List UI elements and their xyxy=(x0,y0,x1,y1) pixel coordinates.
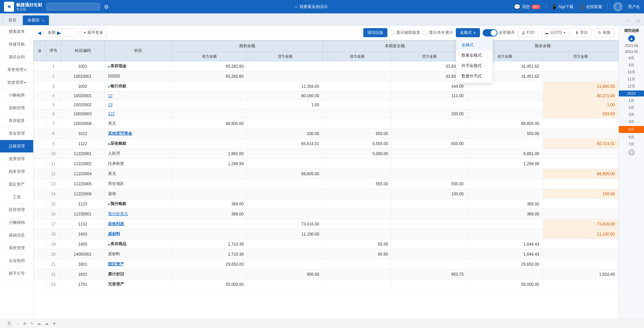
cell-name[interactable]: 预付款美元 xyxy=(105,209,172,219)
cell-p-credit: 80,160.00 xyxy=(247,91,323,101)
cell-code: 11220004 xyxy=(61,169,105,179)
breadcrumb-filter[interactable]: 全部 ▶ xyxy=(44,28,77,37)
cell-p-debit xyxy=(172,91,247,101)
dropdown-item-foreign-amount[interactable]: 外币金额式 xyxy=(456,61,492,71)
show-year-check[interactable]: 显示本年累计 xyxy=(423,30,453,36)
month-4[interactable]: 4月 xyxy=(619,118,644,125)
dropdown-item-qty-amount[interactable]: 数量金额式 xyxy=(456,50,492,61)
sidebar-item-basic[interactable]: 基础信息 xyxy=(0,229,33,242)
cell-c-debit xyxy=(323,169,391,179)
expand-all-toggle[interactable]: 全部展开 xyxy=(483,29,515,37)
cell-name[interactable]: 23 xyxy=(105,101,172,110)
tab-current[interactable]: 余额表 × xyxy=(23,15,49,25)
sidebar-item-ledger[interactable]: 总账管理 xyxy=(0,140,33,153)
cell-c-debit xyxy=(323,71,391,81)
tab-home[interactable]: 首页 xyxy=(3,15,22,25)
cell-name: ▴库存商品 xyxy=(105,239,172,249)
sidebar-item-project[interactable]: 项目合同 xyxy=(0,51,33,64)
month-5[interactable]: 5月 xyxy=(619,126,644,133)
col-begin-debit: 借方金额 xyxy=(172,52,247,61)
export-icon: ⬇ xyxy=(575,30,579,35)
tab-close-icon[interactable]: × xyxy=(42,18,44,22)
sidebar-item-system[interactable]: 系统管理 xyxy=(0,242,33,255)
cell-name[interactable]: 122 xyxy=(105,110,172,119)
search-input[interactable] xyxy=(46,3,100,10)
sidebar-item-purchase[interactable]: 采购管理 xyxy=(0,102,33,115)
cell-p-debit xyxy=(172,229,247,239)
month-2[interactable]: 2月 xyxy=(619,104,644,111)
sidebar-item-salary[interactable]: 工资 xyxy=(0,191,33,204)
nav-down[interactable]: ▼ xyxy=(628,149,635,156)
cell-e-debit xyxy=(467,91,543,101)
sidebar-item-collab[interactable]: 企业协同 xyxy=(0,255,33,267)
month-7[interactable]: 7月 xyxy=(619,141,644,148)
amount-mode-btn[interactable]: 金额式 ∧ xyxy=(456,28,480,37)
sidebar-item-inventory[interactable]: 库存核算 xyxy=(0,115,33,127)
month-1[interactable]: 1月 xyxy=(619,97,644,104)
cell-p-credit: 68,805.00 xyxy=(247,169,323,179)
table-settings-icon[interactable]: ⚙ xyxy=(38,49,42,53)
print-btn[interactable]: 🖨 打印 xyxy=(518,28,538,37)
window-minimize-btn[interactable]: － xyxy=(625,17,632,24)
cloud-print-btn[interactable]: ☁ 云打印 ▾ xyxy=(541,28,569,37)
cell-e-debit: 6,891.00 xyxy=(467,149,543,159)
sidebar-item-guide[interactable]: 新手引导 xyxy=(0,267,33,280)
cell-name[interactable]: 其他货币资金 xyxy=(105,129,172,139)
sidebar-item-search[interactable]: 搜索菜单 xyxy=(0,25,33,38)
cell-c-debit xyxy=(323,189,391,199)
cell-p-debit: 65,282.60 xyxy=(172,61,247,71)
expand-btn[interactable]: ▾ 展开更多 xyxy=(80,28,107,37)
export-btn[interactable]: ⬇ 导出 xyxy=(572,28,592,37)
cell-name[interactable]: 12 xyxy=(105,91,172,101)
status-lang[interactable]: 英 xyxy=(5,320,13,327)
col-settings[interactable]: ⚙ xyxy=(34,41,46,61)
month-8[interactable]: 8月 xyxy=(619,55,644,62)
cell-settings xyxy=(34,169,46,179)
cell-settings xyxy=(34,71,46,81)
month-6[interactable]: 6月 xyxy=(619,134,644,141)
user-avatar[interactable]: 👤 xyxy=(613,2,623,11)
service-btn[interactable]: 🎧 在线客服 xyxy=(579,4,602,10)
cell-p-credit xyxy=(247,199,323,209)
back-icon[interactable]: ◀ xyxy=(38,30,41,36)
sidebar-item-ecommerce[interactable]: 小畅电商 xyxy=(0,89,33,102)
month-12[interactable]: 12月 xyxy=(619,83,644,90)
refresh-btn[interactable]: ↻ 刷新 xyxy=(594,28,614,37)
dropdown-item-amount[interactable]: 金额式 xyxy=(456,40,492,50)
sidebar-item-operation[interactable]: 经营管理 xyxy=(0,204,33,216)
dropdown-item-qty-foreign[interactable]: 数量外币式 xyxy=(456,71,492,81)
month-10[interactable]: 10月 xyxy=(619,69,644,76)
cell-name[interactable]: 原材料 xyxy=(105,229,172,239)
month-9[interactable]: 9月 xyxy=(619,62,644,69)
sidebar-item-nav[interactable]: 快捷导航 xyxy=(0,38,33,51)
cell-code: 1602 xyxy=(61,269,105,279)
month-3[interactable]: 3月 xyxy=(619,111,644,118)
cell-name[interactable]: 应收利息 xyxy=(105,219,172,229)
nav-up[interactable]: ▲ xyxy=(628,35,635,42)
sidebar-item-retail[interactable]: 零售管理 ▾ xyxy=(0,64,33,76)
download-btn[interactable]: 📱 App下载 xyxy=(551,4,574,10)
demo-btn[interactable]: ○ 我要看实例演示 xyxy=(295,4,328,10)
col-code: 科目编码 xyxy=(61,41,105,61)
sidebar-item-expense[interactable]: 小畅报销 xyxy=(0,216,33,229)
cell-code: 10020001 xyxy=(61,91,105,101)
table-wrap[interactable]: ⚙ 序号 科目编码 科目 期初余额 本期发生额 期末余额 借方金额 贷方金额 借… xyxy=(34,40,619,328)
col-no: 序号 xyxy=(46,41,61,61)
service-label: 在线客服 xyxy=(586,4,602,10)
back-old-btn[interactable]: 退回旧版 xyxy=(363,28,387,37)
sidebar-item-tax[interactable]: 税务管理 xyxy=(0,166,33,178)
cell-name[interactable]: 固定资产 xyxy=(105,259,172,269)
cell-e-debit: 68,805.00 xyxy=(467,119,543,129)
sidebar-item-assets[interactable]: 固定资产 xyxy=(0,178,33,191)
settings-icon[interactable]: ⚙ xyxy=(104,4,109,10)
window-maximize-btn[interactable]: □ xyxy=(635,17,641,24)
sidebar-item-wholesale[interactable]: 批发管理 ▾ xyxy=(0,76,33,89)
sidebar-item-invoice[interactable]: 发票管理 xyxy=(0,153,33,166)
sidebar-item-funds[interactable]: 资金管理 xyxy=(0,127,33,140)
message-btn[interactable]: 💬 消息 99+ xyxy=(514,4,540,10)
show-assist-check[interactable]: 显示辅助核算 xyxy=(390,30,420,36)
status-up-icon: ↑ xyxy=(17,322,19,326)
table-row: 1 1001 ▴库存现金 65,282.60 33,830.98 31,451.… xyxy=(34,61,619,71)
month-11[interactable]: 11月 xyxy=(619,76,644,83)
cell-code: 1002 xyxy=(61,81,105,91)
